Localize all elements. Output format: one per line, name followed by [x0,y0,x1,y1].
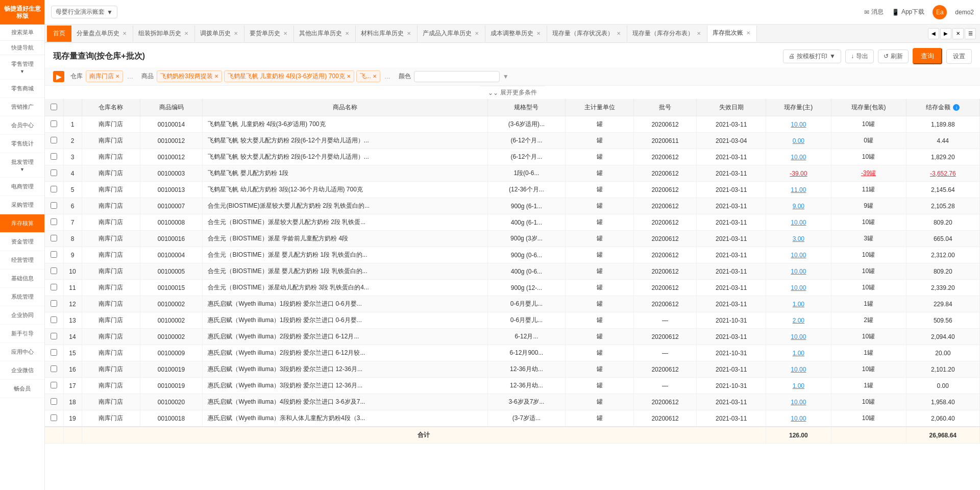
row-check[interactable] [45,394,63,410]
row-check[interactable] [45,165,63,182]
row-qty-main[interactable]: 10.00 [766,247,831,263]
sidebar-item-member[interactable]: 畅会员 [0,380,44,398]
username[interactable]: demo2 [955,9,974,16]
sidebar-item-retail-store[interactable]: 零售商城 [0,80,44,98]
row-qty-main[interactable]: 10.00 [766,280,831,296]
tab-material-out-history[interactable]: 材料出库单历史✕ [356,26,418,42]
close-tab-icon[interactable]: ✕ [474,30,480,37]
row-check[interactable] [45,312,63,329]
sidebar-item-system[interactable]: 系统管理 [0,288,44,306]
row-check[interactable] [45,116,63,133]
sidebar-item-marketing[interactable]: 营销推广 [0,98,44,116]
row-qty-main[interactable]: 11.00 [766,182,831,198]
sidebar-item-member-center[interactable]: 会员中心 [0,116,44,135]
message-btn[interactable]: ✉ 消息 [864,8,884,16]
row-qty-main[interactable]: 1.00 [766,296,831,312]
row-qty-main[interactable]: 9.00 [766,198,831,214]
sidebar-item-collab[interactable]: 企业协同 [0,306,44,325]
print-btn[interactable]: 🖨 按模板打印 ▼ [783,50,841,63]
avatar[interactable]: Ea [933,5,947,19]
remove-product-tag-1[interactable]: ✕ [347,74,351,79]
close-tab-icon[interactable]: ✕ [616,30,622,37]
tab-menu-btn[interactable]: ☰ [965,28,976,39]
row-check[interactable] [45,263,63,280]
row-check[interactable] [45,410,63,427]
row-qty-main[interactable]: 2.00 [766,312,831,329]
row-check[interactable] [45,149,63,165]
remove-product-more[interactable]: ✕ [373,74,377,79]
tab-stock-dist[interactable]: 现存量（库存分布表）✕ [627,26,707,42]
refresh-btn[interactable]: ↺ 刷新 [878,50,909,63]
tab-request-history[interactable]: 要货单历史✕ [244,26,294,42]
tab-query-history[interactable]: 调拨单历史✕ [195,26,244,42]
filter-expand-btn[interactable]: ▶ [53,71,64,82]
row-qty-main[interactable]: 3.00 [766,231,831,247]
color-input[interactable] [414,71,500,82]
row-check[interactable] [45,296,63,312]
row-check[interactable] [45,182,63,198]
sidebar-search[interactable]: 搜索菜单 [0,24,44,41]
close-tab-icon[interactable]: ✕ [344,30,350,37]
sidebar-item-retail-stats[interactable]: 零售统计 [0,135,44,153]
product-tag-0[interactable]: 飞鹤奶粉3段两提装 ✕ [157,70,222,82]
close-tab-icon[interactable]: ✕ [183,30,189,37]
sidebar-item-enterprise-wx[interactable]: 企业微信 [0,361,44,380]
row-qty-main[interactable]: 1.00 [766,345,831,361]
sidebar-item-app-center[interactable]: 应用中心 [0,343,44,361]
row-check[interactable] [45,231,63,247]
tab-home[interactable]: 首页 [47,26,71,42]
tab-disassemble-history[interactable]: 组装拆卸单历史✕ [133,26,195,42]
sidebar-item-purchase[interactable]: 采购管理 [0,196,44,214]
row-check[interactable] [45,280,63,296]
warehouse-more[interactable]: … [125,73,135,80]
row-qty-main[interactable]: 10.00 [766,361,831,378]
tab-prev-btn[interactable]: ◀ [928,28,939,39]
tab-other-out-history[interactable]: 其他出库单历史✕ [294,26,356,42]
row-check[interactable] [45,198,63,214]
sidebar-item-guide[interactable]: 新手引导 [0,325,44,343]
th-check[interactable] [45,99,63,116]
product-tag-1[interactable]: 飞鹤星飞帆 儿童奶粉 4段(3-6岁适用) 700克 ✕ [224,70,354,82]
sidebar-item-finance[interactable]: 资金管理 [0,233,44,251]
row-qty-main[interactable]: 10.00 [766,149,831,165]
row-check[interactable] [45,361,63,378]
balance-info-icon[interactable]: i [953,104,960,111]
sidebar-item-ecommerce[interactable]: 电商管理 [0,178,44,196]
sidebar-item-retail-mgmt[interactable]: 零售管理▼ [0,55,44,80]
remove-product-tag-0[interactable]: ✕ [214,74,218,79]
sidebar-item-operations[interactable]: 经营管理 [0,251,44,270]
tab-batch-order[interactable]: 库存批次账✕ [707,26,757,42]
tab-next-btn[interactable]: ▶ [940,28,951,39]
row-qty-main[interactable]: 10.00 [766,116,831,133]
close-tab-icon[interactable]: ✕ [535,30,542,37]
query-btn[interactable]: 查询 [913,48,942,64]
close-tab-icon[interactable]: ✕ [233,30,239,37]
org-selector[interactable]: 母婴行业演示账套 ▼ [51,6,117,18]
select-all-checkbox[interactable] [51,104,57,110]
sidebar-item-basics[interactable]: 基础信息 [0,270,44,288]
sidebar-item-inventory[interactable]: 库存核算 [0,214,44,233]
product-more[interactable]: … [382,73,393,80]
row-qty-main[interactable]: 10.00 [766,214,831,231]
export-btn[interactable]: ↓ 导出 [845,50,874,63]
row-check[interactable] [45,329,63,345]
row-qty-main[interactable]: -39.00 [766,165,831,182]
close-tab-icon[interactable]: ✕ [696,30,702,37]
row-qty-main[interactable]: 1.00 [766,378,831,394]
row-qty-main[interactable]: 10.00 [766,410,831,427]
expand-more-row[interactable]: ⌄⌄ 展开更多条件 [480,86,545,99]
row-check[interactable] [45,345,63,361]
row-check[interactable] [45,214,63,231]
row-check[interactable] [45,133,63,149]
tab-cost-adjust-history[interactable]: 成本调整单历史✕ [485,26,547,42]
row-qty-main[interactable]: 10.00 [766,329,831,345]
product-tag-more[interactable]: 飞... ✕ [356,70,380,82]
row-qty-main[interactable]: 0.00 [766,133,831,149]
setting-btn[interactable]: 设置 [946,49,972,64]
sidebar-item-batch-mgmt[interactable]: 批发管理▼ [0,153,44,178]
row-check[interactable] [45,378,63,394]
close-tab-icon[interactable]: ✕ [121,30,128,37]
remove-warehouse-tag-0[interactable]: ✕ [115,74,119,79]
row-qty-main[interactable]: 10.00 [766,394,831,410]
warehouse-tag-0[interactable]: 南库门店 ✕ [86,70,123,82]
